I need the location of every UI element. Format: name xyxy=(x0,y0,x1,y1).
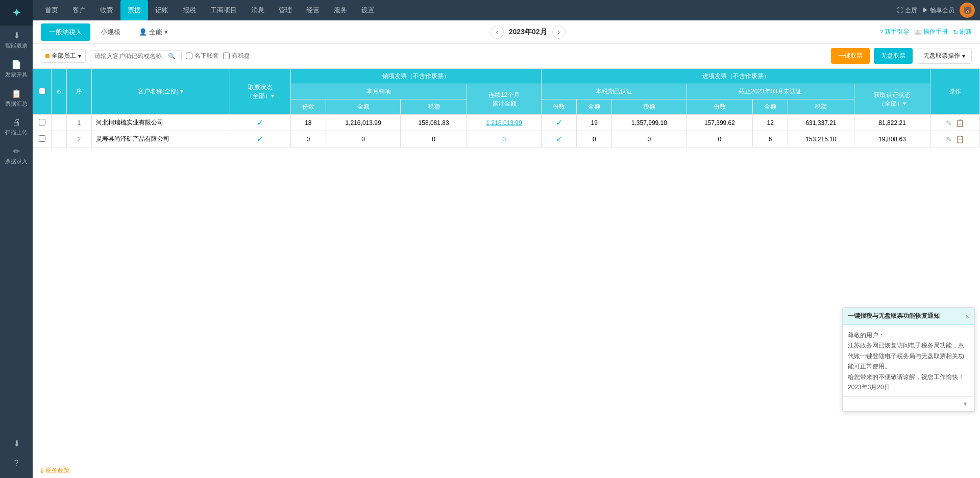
notification-header: 一键报税与无盘取票功能恢复通知 × xyxy=(843,308,974,325)
sidebar-item-data-entry[interactable]: ✏ 票据录入 xyxy=(0,141,33,170)
search-icon[interactable]: 🔍 xyxy=(168,53,176,60)
filter-account-label[interactable]: 名下账套 xyxy=(186,52,219,60)
sidebar-item-scan-upload[interactable]: 🖨 扫描上传 xyxy=(0,113,33,141)
sidebar-bottom: ⬇ ? xyxy=(0,434,33,478)
nav-operation[interactable]: 经营 xyxy=(299,0,327,20)
help-icon: ? xyxy=(14,459,19,468)
user-icon: 👤 xyxy=(139,28,147,36)
scan-upload-icon: 🖨 xyxy=(12,118,20,127)
settings-icon[interactable]: ⚙ xyxy=(56,88,62,95)
sidebar: ✦ ⬇ 智能取票 📄 发票开具 📋 票据汇总 🖨 扫描上传 ✏ 票据录入 ⬇ ? xyxy=(0,0,33,478)
row-customer: 灵寿县尚泽矿产品有限公司 xyxy=(91,131,230,147)
logo-icon: ✦ xyxy=(12,7,21,19)
sidebar-item-help[interactable]: ? xyxy=(0,454,33,473)
row-uncert-tax: 19,808.63 xyxy=(854,131,930,147)
sidebar-item-invoice-summary[interactable]: 📋 票据汇总 xyxy=(0,84,33,113)
period-next-btn[interactable]: › xyxy=(552,26,566,39)
nav-settings[interactable]: 设置 xyxy=(354,0,382,20)
search-box: 🔍 xyxy=(90,50,182,62)
row-fetch-status: ✓ xyxy=(230,115,290,131)
select-all-checkbox[interactable] xyxy=(39,88,45,94)
detail-icon[interactable]: 📋 xyxy=(955,119,964,127)
col-num-header: 序 xyxy=(67,69,92,115)
one-click-btn[interactable]: 一键取票 xyxy=(831,48,870,64)
tab-all[interactable]: 👤 全能 ▾ xyxy=(131,23,176,41)
fullscreen-btn[interactable]: ⛶ 全屏 xyxy=(897,6,917,15)
row-uncert-count: 6 xyxy=(753,131,788,147)
table-row: 1 河北柯瑞梳实业有限公司 ✓ 18 1,216,013.99 158,081.… xyxy=(33,115,980,131)
nav-message[interactable]: 消息 xyxy=(244,0,272,20)
new-guide-btn[interactable]: ? 新手引导 xyxy=(879,28,909,36)
row-month-amount: 0 xyxy=(326,131,400,147)
detail-icon[interactable]: 📋 xyxy=(955,135,964,143)
search-input[interactable] xyxy=(94,53,166,60)
topnav-right: ⛶ 全屏 ▶ 畅享会员 🐻 xyxy=(897,3,975,18)
notification-close-btn[interactable]: × xyxy=(965,312,969,320)
sidebar-item-label: 扫描上传 xyxy=(5,129,28,136)
sales-group-header: 销项发票（不含作废票） xyxy=(290,69,541,84)
row-cumulative[interactable]: 0 xyxy=(467,131,541,147)
cert-status-header: 获取认证状态（全部）▾ xyxy=(854,84,930,115)
row-cert-amount: 1,357,999.10 xyxy=(612,115,687,131)
period-nav: ‹ 2023年02月 › xyxy=(491,26,566,39)
chevron-down-icon: ▾ xyxy=(78,53,81,60)
sidebar-item-label: 票据录入 xyxy=(5,158,28,165)
no-disk-ops-btn[interactable]: 无盘取票操作 ▾ xyxy=(917,48,972,64)
scroll-down-btn[interactable]: ▼ xyxy=(960,399,970,409)
nav-service[interactable]: 服务 xyxy=(327,0,354,20)
main-content: 首页 客户 收费 票据 记账 报税 工商项目 消息 管理 经营 服务 设置 ⛶ … xyxy=(33,0,980,478)
row-uncert-amount: 631,337.21 xyxy=(788,115,854,131)
member-btn[interactable]: ▶ 畅享会员 xyxy=(922,6,954,15)
nav-customer[interactable]: 客户 xyxy=(65,0,93,20)
sidebar-item-label: 发票开具 xyxy=(5,71,28,79)
sidebar-logo: ✦ xyxy=(0,0,33,26)
tab-small[interactable]: 小规模 xyxy=(92,23,129,41)
row-checkbox-1[interactable] xyxy=(39,135,45,142)
user-avatar[interactable]: 🐻 xyxy=(960,3,975,18)
nav-business[interactable]: 工商项目 xyxy=(203,0,244,20)
cert-amount-header: 金额 xyxy=(577,99,612,115)
sidebar-item-smart-fetch[interactable]: ⬇ 智能取票 xyxy=(0,26,33,55)
col-action-header: 操作 xyxy=(930,69,980,115)
row-cert-tax: 0 xyxy=(687,131,753,147)
row-fetch-status: ✓ xyxy=(230,131,290,147)
uncert-tax-header: 税额 xyxy=(788,99,854,115)
row-customer: 河北柯瑞梳实业有限公司 xyxy=(91,115,230,131)
purchase-group-header: 进项发票（不含作废票） xyxy=(542,69,930,84)
no-disk-btn[interactable]: 无盘取票 xyxy=(874,48,913,64)
nav-tax[interactable]: 报税 xyxy=(176,0,203,20)
nav-management[interactable]: 管理 xyxy=(272,0,299,20)
uncert-amount-header: 金额 xyxy=(753,99,788,115)
uncertified-header: 截止2023年03月未认证 xyxy=(687,84,854,99)
manual-btn[interactable]: 📖 操作手册 xyxy=(914,28,948,36)
row-cumulative[interactable]: 1,216,013.99 xyxy=(467,115,541,131)
page-content: 一般纳税人 小规模 👤 全能 ▾ ‹ 2023年02月 › ? 新手引导 📖 操… xyxy=(33,20,980,478)
tax-policy-link[interactable]: ℹ 税务政策 xyxy=(41,466,70,475)
notification-popup: 一键报税与无盘取票功能恢复通知 × 尊敬的用户：江苏政务网已恢复访问电子税务局功… xyxy=(842,307,975,412)
row-cert-tax: 157,399.62 xyxy=(687,115,753,131)
employee-filter[interactable]: 全部员工 ▾ xyxy=(41,49,86,63)
invoice-summary-icon: 📋 xyxy=(11,89,21,98)
filter-account-checkbox[interactable] xyxy=(186,53,192,59)
refresh-btn[interactable]: ↻ 刷新 xyxy=(953,28,972,36)
tab-general[interactable]: 一般纳税人 xyxy=(41,23,90,41)
period-prev-btn[interactable]: ‹ xyxy=(491,26,504,39)
nav-invoice[interactable]: 票据 xyxy=(120,0,148,20)
filter-tax-checkbox[interactable] xyxy=(223,53,230,59)
row-cert-status: ✓ xyxy=(542,115,577,131)
nav-accounting[interactable]: 记账 xyxy=(148,0,176,20)
sidebar-item-download[interactable]: ⬇ xyxy=(0,434,33,454)
row-month-tax: 158,081.83 xyxy=(401,115,467,131)
row-uncert-tax: 81,822.21 xyxy=(854,115,930,131)
edit-icon[interactable]: ✎ xyxy=(946,135,952,143)
row-checkbox-0[interactable] xyxy=(39,119,45,125)
notification-scroll[interactable]: 尊敬的用户：江苏政务网已恢复访问电子税务局功能，意代账一键登陆电子税务局与无盘取… xyxy=(843,325,974,396)
nav-home[interactable]: 首页 xyxy=(38,0,65,20)
nav-collection[interactable]: 收费 xyxy=(93,0,120,20)
employee-filter-label: 全部员工 xyxy=(52,52,76,60)
issue-invoice-icon: 📄 xyxy=(11,60,21,69)
sidebar-item-issue-invoice[interactable]: 📄 发票开具 xyxy=(0,55,33,84)
row-month-count: 18 xyxy=(290,115,326,131)
filter-tax-label[interactable]: 有税盘 xyxy=(223,52,250,60)
edit-icon[interactable]: ✎ xyxy=(946,119,952,127)
